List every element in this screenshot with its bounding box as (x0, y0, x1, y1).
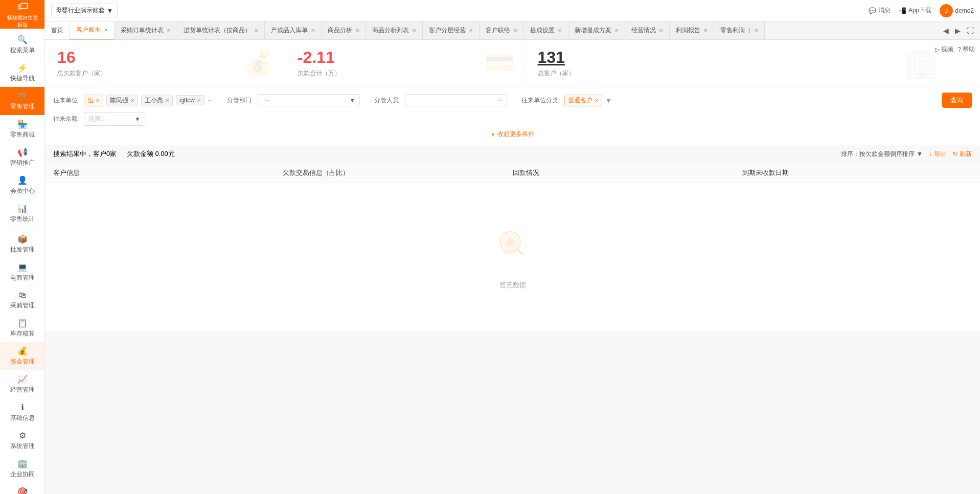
filter-tag-cjttcw-remove[interactable]: ✕ (197, 98, 201, 103)
video-action[interactable]: ▷ 视频 (935, 45, 953, 54)
sidebar-item-search[interactable]: 🔍 搜索菜单 (0, 31, 44, 59)
tab-retail-profit[interactable]: 零售利润（ ✕ (714, 21, 765, 40)
filter-more-units[interactable]: ··· (208, 97, 213, 104)
sidebar-item-system[interactable]: ⚙ 系统管理 (0, 426, 44, 455)
account-name: 母婴行业演示账套 (56, 6, 105, 15)
tab-boost-settings-close[interactable]: ✕ (558, 28, 562, 33)
sidebar-item-enterprise[interactable]: 🏢 企业协同 (0, 455, 44, 483)
sidebar-item-retail-stat[interactable]: 📊 零售统计 (0, 199, 44, 228)
sidebar-item-member[interactable]: 👤 会员中心 (0, 171, 44, 199)
sidebar-item-guide[interactable]: 🎯 新手引导 (0, 483, 44, 494)
sidebar-item-retail-stat-label: 零售统计 (10, 215, 35, 223)
topbar-right: 💬 消息 📲 App下载 D demo2 (869, 4, 974, 17)
tab-product-in[interactable]: 产成品入库单 ✕ (265, 21, 322, 40)
tab-operation-status-label: 经营情况 (631, 26, 656, 35)
search-button[interactable]: 查询 (942, 93, 972, 108)
sidebar-item-retail[interactable]: 🛒 零售管理 (0, 87, 44, 115)
tab-product-analysis-list-close[interactable]: ✕ (412, 28, 416, 33)
filter-dept-more[interactable]: ··· (264, 97, 269, 104)
user-avatar-button[interactable]: D demo2 (940, 4, 974, 17)
tab-expand[interactable]: ⛶ (965, 26, 976, 36)
ecommerce-icon: 💻 (17, 262, 28, 272)
tab-product-analysis-list[interactable]: 商品分析列表 ✕ (366, 21, 423, 40)
filter-dept-label: 分管部门 (227, 96, 252, 105)
tab-retail-profit-close[interactable]: ✕ (754, 28, 758, 33)
sort-label: 排序：按欠款金额倒序排序 (841, 150, 915, 159)
total-customers-label: 总客户（家） (538, 69, 575, 78)
filter-person-select[interactable]: ··· (405, 94, 507, 106)
message-button[interactable]: 💬 消息 (869, 6, 891, 15)
sidebar-item-inventory[interactable]: 📋 库存核算 (0, 314, 44, 342)
tab-customer-contact-close[interactable]: ✕ (513, 28, 517, 33)
sidebar-item-member-label: 会员中心 (10, 187, 35, 195)
filter-tag-blank[interactable]: 伍 ✕ (84, 95, 103, 106)
tab-customers-close[interactable]: ✕ (104, 27, 108, 33)
operation-icon: 📈 (17, 374, 28, 384)
sidebar-item-quick-nav-label: 快捷导航 (10, 74, 35, 83)
tab-scroll-left[interactable]: ◀ (941, 26, 951, 36)
tab-purchase-order-close[interactable]: ✕ (167, 28, 171, 33)
filter-tag-chenminqiang-remove[interactable]: ✕ (130, 98, 134, 103)
tab-operation-status-close[interactable]: ✕ (659, 28, 663, 33)
tab-boost-settings[interactable]: 提成设置 ✕ (524, 21, 568, 40)
tab-customers[interactable]: 客户账本 ✕ (70, 21, 115, 40)
tab-operation-status[interactable]: 经营情况 ✕ (625, 21, 670, 40)
tab-new-boost[interactable]: 新增提成方案 ✕ (568, 21, 625, 40)
sidebar-item-retail-mall[interactable]: 🏪 零售商城 (0, 115, 44, 143)
stat-card-total-customers: 🏢 131 总客户（家） ▷ 视频 ? 帮助 (526, 40, 981, 86)
sidebar-item-marketing[interactable]: 📢 营销推广 (0, 143, 44, 171)
filter-tag-cjttcw[interactable]: cjttcw ✕ (176, 95, 204, 105)
sort-select[interactable]: 排序：按欠款金额倒序排序 ▼ (841, 150, 923, 159)
filter-tag-chenminqiang[interactable]: 陈民强 ✕ (106, 95, 138, 106)
export-button[interactable]: ↓ 导出 (929, 150, 946, 159)
tab-product-in-close[interactable]: ✕ (311, 28, 315, 33)
filter-person-label: 分管人员 (374, 96, 399, 105)
debt-total-value: -2.11 (298, 48, 340, 67)
tab-boost-settings-label: 提成设置 (530, 26, 555, 35)
tab-purchase-order[interactable]: 采购订单统计表 ✕ (115, 21, 177, 40)
tab-customer-layer[interactable]: 客户分层经营 ✕ (423, 21, 480, 40)
filter-person-more[interactable]: ··· (497, 97, 503, 104)
collapse-up-icon: ∧ (491, 131, 495, 138)
tab-new-boost-close[interactable]: ✕ (614, 28, 619, 33)
sidebar-item-finance-label: 资金管理 (10, 357, 35, 366)
username: demo2 (955, 7, 974, 14)
filter-balance-select[interactable]: 选择... ▼ (84, 112, 145, 126)
app-download-label: App下载 (908, 6, 931, 15)
filter-tag-wangxiaoliang-remove[interactable]: ✕ (165, 98, 169, 103)
sidebar-item-quick-nav[interactable]: ⚡ 快捷导航 (0, 59, 44, 87)
tab-inventory-stat[interactable]: 进货单统计表（按商品） ✕ (177, 21, 265, 40)
account-dropdown[interactable]: 母婴行业演示账套 ▼ (51, 4, 118, 17)
tab-customer-contact[interactable]: 客户联络 ✕ (480, 21, 524, 40)
tab-home[interactable]: 首页 (45, 21, 70, 40)
sidebar: 🏷 畅捷通好生意 标版 🔍 搜索菜单 ⚡ 快捷导航 🛒 零售管理 🏪 零售商城 … (0, 0, 45, 494)
sidebar-item-batch[interactable]: 📦 批发管理 (0, 230, 44, 258)
filter-tag-wangxiaoliang[interactable]: 王小亮 ✕ (141, 95, 173, 106)
tab-profit-report[interactable]: 利润报告 ✕ (670, 21, 714, 40)
tab-customer-layer-close[interactable]: ✕ (469, 28, 473, 33)
filter-balance-placeholder: 选择... (88, 115, 106, 123)
tab-profit-report-close[interactable]: ✕ (703, 28, 708, 33)
sidebar-item-ecommerce[interactable]: 💻 电商管理 (0, 258, 44, 286)
refresh-button[interactable]: ↻ 刷新 (952, 150, 972, 159)
help-action[interactable]: ? 帮助 (958, 45, 975, 54)
sidebar-item-operation[interactable]: 📈 经营管理 (0, 370, 44, 398)
app-download-button[interactable]: 📲 App下载 (899, 6, 931, 15)
collapse-button[interactable]: ∧ 收起更多条件 (491, 130, 534, 139)
sidebar-item-basic[interactable]: ℹ 基础信息 (0, 398, 44, 426)
filter-tag-blank-remove[interactable]: ✕ (96, 98, 100, 103)
tab-product-analysis[interactable]: 商品分析 ✕ (322, 21, 366, 40)
filter-row-2: 往来余额 选择... ▼ (53, 112, 972, 126)
filter-unit-type-tags: 普通客户 ✕ ▼ (564, 95, 612, 106)
sidebar-item-purchase[interactable]: 🛍 采购管理 (0, 286, 44, 314)
filter-tag-normal-remove[interactable]: ✕ (595, 98, 599, 103)
tab-product-analysis-close[interactable]: ✕ (355, 28, 359, 33)
app-download-icon: 📲 (899, 7, 906, 14)
filter-tag-normal[interactable]: 普通客户 ✕ (564, 95, 602, 106)
tab-inventory-stat-close[interactable]: ✕ (254, 28, 258, 33)
tab-new-boost-label: 新增提成方案 (575, 26, 611, 35)
filter-dept-select[interactable]: ··· ▼ (258, 94, 360, 106)
main-content: 母婴行业演示账套 ▼ 💬 消息 📲 App下载 D demo2 首页 客户账本 … (45, 0, 980, 494)
sidebar-item-finance[interactable]: 💰 资金管理 (0, 342, 44, 370)
tab-scroll-right[interactable]: ▶ (953, 26, 963, 36)
